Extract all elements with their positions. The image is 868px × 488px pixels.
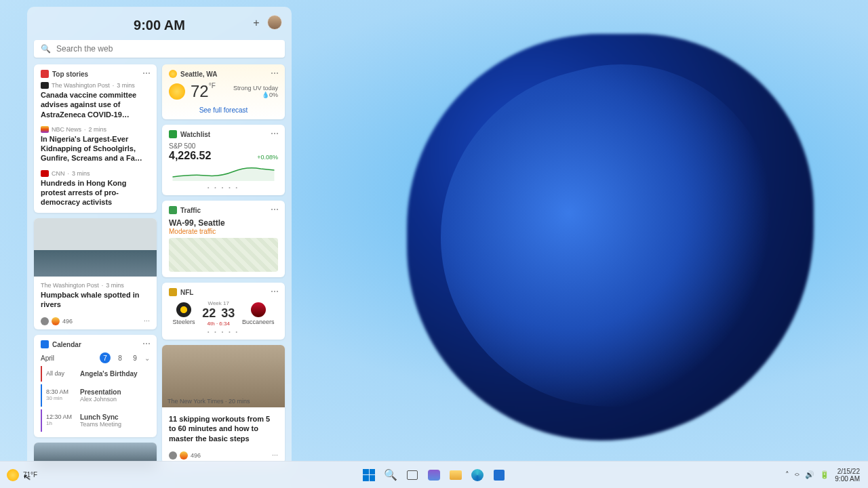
card-title: NFL bbox=[180, 289, 193, 296]
event-title: Presentation bbox=[80, 388, 121, 396]
nfl-week: Week 17 bbox=[202, 300, 235, 306]
system-tray: ˄ ⌔ 🔊 🔋 2/15/22 9:00 AM bbox=[785, 468, 868, 483]
news-age: 3 mins bbox=[72, 170, 90, 177]
reactions-bar[interactable]: 496 ⋯ bbox=[34, 314, 157, 329]
team-logo bbox=[176, 302, 191, 317]
skipping-image: The New York Times · 20 mins bbox=[162, 345, 285, 407]
watchlist-card[interactable]: Watchlist ⋯ S&P 500 4,226.52+0.08% • • •… bbox=[162, 125, 285, 195]
calendar-event[interactable]: 8:30 AM30 min PresentationAlex Johnson bbox=[41, 384, 150, 407]
sparkline bbox=[169, 165, 278, 181]
nfl-card[interactable]: NFL ⋯ Steelers Week 17 2233 4th · 6:34 B… bbox=[162, 283, 285, 340]
news-item[interactable]: The Washington Post · 3 mins Canada vacc… bbox=[41, 82, 150, 119]
source-logo bbox=[41, 170, 49, 177]
news-headline: Canada vaccine committee advises against… bbox=[41, 90, 150, 119]
taskbar-widgets-button[interactable]: 71°F bbox=[0, 469, 37, 481]
card-more-button[interactable]: ⋯ bbox=[271, 129, 279, 138]
edge-icon bbox=[471, 469, 484, 481]
taskbar-temp: 71°F bbox=[23, 471, 37, 479]
news-item[interactable]: NBC News · 2 mins In Nigeria's Largest-E… bbox=[41, 126, 150, 163]
card-more-button[interactable]: ⋯ bbox=[271, 68, 279, 78]
event-duration: 1h bbox=[46, 420, 75, 426]
desktop: 9:00 AM + 🔍 Top stories ⋯ The Washington… bbox=[0, 0, 868, 488]
react-icon bbox=[169, 451, 177, 460]
traffic-road: WA-99, Seattle bbox=[169, 218, 278, 228]
card-more-button[interactable]: ⋯ bbox=[144, 318, 150, 325]
calendar-card[interactable]: Calendar ⋯ April 7 8 9 ⌄ All day Angela bbox=[34, 335, 157, 437]
taskbar-center: 🔍 bbox=[360, 466, 508, 484]
explorer-button[interactable] bbox=[447, 466, 465, 484]
wallpaper-bloom bbox=[203, 14, 814, 454]
news-headline: Humpback whale spotted in rivers bbox=[41, 290, 150, 310]
calendar-day[interactable]: 9 bbox=[130, 352, 140, 363]
weather-rain: 0% bbox=[269, 92, 278, 98]
news-age: 2 mins bbox=[89, 126, 107, 133]
news-age: 3 mins bbox=[106, 282, 124, 289]
weather-card[interactable]: Seattle, WA ⋯ 72°F Strong UV today 💧0% S… bbox=[162, 64, 285, 119]
news-photo-card[interactable]: The New York Times · 20 mins 11 skipping… bbox=[162, 345, 285, 464]
sun-icon bbox=[169, 83, 185, 100]
traffic-status: Moderate traffic bbox=[169, 228, 278, 235]
wifi-icon[interactable]: ⌔ bbox=[795, 471, 800, 479]
add-widget-button[interactable]: + bbox=[250, 16, 263, 30]
news-source: The Washington Post bbox=[41, 282, 99, 289]
news-source: NBC News bbox=[52, 126, 81, 133]
battery-icon[interactable]: 🔋 bbox=[820, 470, 829, 479]
card-more-button[interactable]: ⋯ bbox=[271, 205, 279, 214]
team-name: Buccaneers bbox=[242, 319, 275, 325]
search-button[interactable]: 🔍 bbox=[382, 466, 399, 484]
card-title: Traffic bbox=[180, 207, 201, 214]
calendar-day[interactable]: 8 bbox=[115, 352, 125, 363]
calendar-event[interactable]: All day Angela's Birthday bbox=[41, 366, 150, 382]
start-button[interactable] bbox=[360, 466, 378, 484]
news-headline: In Nigeria's Largest-Ever Kidnapping of … bbox=[41, 134, 150, 163]
chevron-up-icon[interactable]: ˄ bbox=[785, 470, 789, 479]
news-headline: 11 skipping workouts from 5 to 60 minute… bbox=[169, 414, 278, 443]
volume-icon[interactable]: 🔊 bbox=[805, 470, 814, 479]
see-forecast-link[interactable]: See full forecast bbox=[169, 106, 278, 114]
store-button[interactable] bbox=[490, 466, 508, 484]
taskbar-date: 2/15/22 bbox=[835, 468, 860, 475]
pagination-dots: • • • • • bbox=[169, 185, 278, 190]
traffic-map bbox=[169, 238, 278, 272]
nfl-status: 4th · 6:34 bbox=[202, 321, 235, 327]
card-title: Watchlist bbox=[180, 131, 210, 138]
search-input[interactable] bbox=[56, 44, 278, 54]
user-avatar[interactable] bbox=[267, 15, 282, 30]
chevron-down-icon[interactable]: ⌄ bbox=[144, 354, 150, 362]
news-source: The New York Times bbox=[167, 398, 224, 405]
top-stories-card[interactable]: Top stories ⋯ The Washington Post · 3 mi… bbox=[34, 64, 157, 213]
calendar-event[interactable]: 12:30 AM1h Lunch SyncTeams Meeting bbox=[41, 409, 150, 432]
sun-icon bbox=[169, 70, 177, 78]
react-count: 496 bbox=[191, 452, 201, 459]
source-logo bbox=[41, 82, 49, 89]
taskbar-time: 9:00 AM bbox=[835, 475, 860, 483]
taskbar-clock[interactable]: 2/15/22 9:00 AM bbox=[835, 468, 860, 483]
weather-temp: 72 bbox=[191, 82, 209, 100]
event-duration: 30 min bbox=[46, 395, 75, 401]
taskbar: 71°F 🔍 ˄ ⌔ 🔊 🔋 2/15/22 9:00 AM bbox=[0, 461, 868, 488]
card-more-button[interactable]: ⋯ bbox=[271, 287, 279, 296]
search-box[interactable]: 🔍 bbox=[34, 40, 285, 58]
card-more-button[interactable]: ⋯ bbox=[142, 68, 151, 78]
calendar-month: April bbox=[41, 354, 54, 362]
pagination-dots: • • • • • bbox=[169, 329, 278, 334]
news-item[interactable]: CNN · 3 mins Hundreds in Hong Kong prote… bbox=[41, 170, 150, 207]
search-icon: 🔍 bbox=[41, 44, 51, 54]
card-title: Calendar bbox=[52, 341, 81, 348]
news-photo-card[interactable]: The Washington Post · 3 mins Humpback wh… bbox=[34, 218, 157, 330]
task-view-button[interactable] bbox=[403, 466, 421, 484]
news-icon bbox=[41, 70, 49, 78]
edge-button[interactable] bbox=[469, 466, 486, 484]
react-icon bbox=[41, 317, 49, 325]
stock-change: +0.08% bbox=[257, 154, 278, 161]
card-more-button[interactable]: ⋯ bbox=[142, 339, 151, 348]
event-title: Angela's Birthday bbox=[80, 370, 138, 378]
traffic-card[interactable]: Traffic ⋯ WA-99, Seattle Moderate traffi… bbox=[162, 201, 285, 277]
calendar-day[interactable]: 7 bbox=[100, 352, 111, 363]
chat-button[interactable] bbox=[425, 466, 443, 484]
news-age: 3 mins bbox=[117, 82, 135, 89]
score-a: 22 bbox=[202, 306, 216, 321]
card-more-button[interactable]: ⋯ bbox=[272, 452, 278, 459]
team-logo bbox=[251, 302, 266, 317]
whale-image bbox=[34, 218, 157, 277]
